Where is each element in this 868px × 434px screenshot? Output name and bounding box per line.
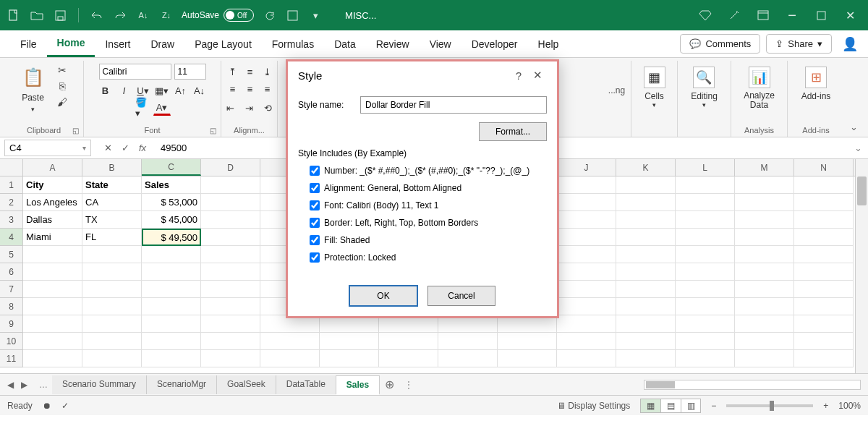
grow-font-icon[interactable]: A↑ (172, 82, 190, 98)
cell[interactable] (498, 333, 557, 350)
analyze-data-button[interactable]: 📊 Analyze Data (739, 64, 780, 113)
cell[interactable] (438, 350, 498, 367)
cell[interactable] (557, 246, 616, 263)
checkbox[interactable] (310, 183, 320, 193)
style-include-check[interactable]: Number: _($* #,##0_);_($* (#,##0);_($* "… (310, 166, 547, 176)
style-include-check[interactable]: Font: Calibri (Body) 11, Text 1 (310, 200, 547, 210)
cell[interactable] (735, 263, 794, 281)
column-header[interactable]: N (794, 159, 854, 176)
cell[interactable] (201, 229, 260, 246)
sheet-tab[interactable]: Scenario Summary (52, 375, 147, 394)
cell[interactable] (794, 176, 854, 194)
cell[interactable] (23, 263, 82, 281)
cell[interactable] (616, 298, 676, 315)
wand-icon[interactable] (726, 7, 742, 23)
cell[interactable]: Miami (23, 229, 82, 246)
cell[interactable] (735, 350, 794, 367)
expand-formula-icon[interactable]: ⌄ (848, 142, 868, 153)
comments-button[interactable]: 💬 Comments (680, 34, 760, 54)
shrink-font-icon[interactable]: A↓ (191, 82, 208, 98)
cell[interactable] (616, 246, 676, 263)
row-header[interactable]: 2 (0, 194, 22, 211)
add-sheet-button[interactable]: ⊕ (380, 378, 399, 391)
view-normal-icon[interactable]: ▦ (640, 399, 660, 413)
cell[interactable] (616, 315, 676, 333)
tab-data[interactable]: Data (324, 30, 366, 57)
cell[interactable] (794, 246, 854, 263)
maximize-icon[interactable] (813, 7, 829, 23)
select-all-corner[interactable] (0, 159, 23, 176)
tab-draw[interactable]: Draw (140, 30, 184, 57)
view-page-break-icon[interactable]: ▥ (681, 399, 701, 413)
cell[interactable] (320, 333, 379, 350)
font-launcher-icon[interactable]: ◱ (210, 127, 216, 135)
tab-home[interactable]: Home (47, 30, 95, 57)
cell[interactable] (201, 263, 260, 281)
format-painter-icon[interactable]: 🖌 (54, 95, 70, 109)
cell[interactable]: $ 53,000 (142, 194, 201, 211)
cell[interactable] (794, 229, 854, 246)
cell[interactable] (794, 194, 854, 211)
cell[interactable] (557, 281, 616, 298)
cell[interactable] (320, 350, 379, 367)
addins-button[interactable]: ⊞ Add-ins (799, 64, 834, 104)
close-icon[interactable]: ✕ (842, 7, 858, 23)
checkbox[interactable] (310, 252, 320, 263)
cell[interactable] (676, 281, 735, 298)
minimize-icon[interactable]: − (784, 7, 800, 23)
cell[interactable] (23, 333, 82, 350)
style-include-check[interactable]: Protection: Locked (310, 252, 547, 263)
quicksave-icon[interactable] (284, 7, 300, 23)
dialog-help-icon[interactable]: ? (509, 69, 528, 82)
column-header[interactable]: J (557, 159, 616, 176)
cells-button[interactable]: ▦ Cells▾ (641, 64, 668, 111)
cell[interactable] (142, 246, 201, 263)
cell[interactable] (379, 350, 438, 367)
cell[interactable] (794, 298, 854, 315)
open-icon[interactable] (29, 7, 45, 23)
column-header[interactable]: K (616, 159, 676, 176)
cell[interactable] (616, 350, 676, 367)
sheet-tab[interactable]: DataTable (276, 375, 336, 394)
tab-help[interactable]: Help (528, 30, 569, 57)
redo-icon[interactable] (112, 7, 128, 23)
sheet-tab[interactable]: GoalSeek (217, 375, 276, 394)
cell[interactable] (260, 350, 320, 367)
cell[interactable] (616, 194, 676, 211)
accessibility-icon[interactable]: ✓ (61, 401, 69, 411)
row-header[interactable]: 3 (0, 211, 22, 229)
cell[interactable]: Dallas (23, 211, 82, 229)
cell[interactable] (23, 315, 82, 333)
align-bottom-icon[interactable]: ⤓ (259, 64, 276, 80)
cell[interactable] (201, 298, 260, 315)
cell[interactable] (794, 333, 854, 350)
new-file-icon[interactable] (6, 7, 22, 23)
indent-decrease-icon[interactable]: ⇤ (222, 100, 239, 116)
sheet-tab[interactable]: ScenarioMgr (147, 375, 217, 394)
align-top-icon[interactable]: ⤒ (224, 64, 242, 80)
cell[interactable] (201, 315, 260, 333)
sort-asc-icon[interactable]: A↓ (135, 7, 151, 23)
name-box[interactable]: C4▾ (4, 140, 91, 156)
cell[interactable] (498, 350, 557, 367)
style-include-check[interactable]: Border: Left, Right, Top, Bottom Borders (310, 218, 547, 228)
cell[interactable] (142, 281, 201, 298)
column-header[interactable]: A (23, 159, 82, 176)
cell[interactable] (735, 194, 794, 211)
tab-insert[interactable]: Insert (95, 30, 140, 57)
font-name-select[interactable] (99, 64, 171, 80)
cell[interactable] (616, 333, 676, 350)
row-header[interactable]: 8 (0, 298, 22, 315)
bold-button[interactable]: B (97, 82, 114, 98)
cell[interactable]: $ 45,000 (142, 211, 201, 229)
cut-icon[interactable]: ✂ (54, 64, 70, 77)
cell[interactable] (201, 281, 260, 298)
cell[interactable] (676, 211, 735, 229)
row-header[interactable]: 4 (0, 229, 22, 246)
cell[interactable] (794, 281, 854, 298)
vertical-scrollbar[interactable] (855, 159, 868, 373)
cell[interactable] (676, 315, 735, 333)
checkbox[interactable] (310, 235, 320, 245)
tab-file[interactable]: File (10, 30, 47, 57)
fill-color-button[interactable]: 🪣▾ (135, 100, 152, 116)
